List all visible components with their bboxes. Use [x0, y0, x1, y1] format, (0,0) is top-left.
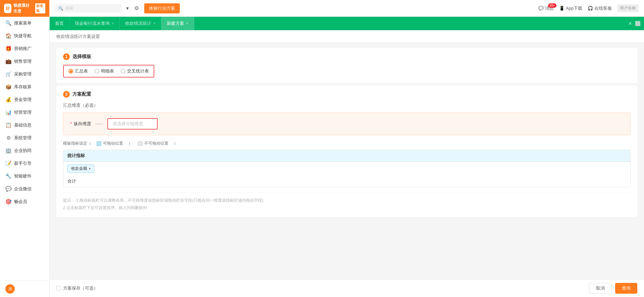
- sidebar-item-label: 库存核算: [14, 84, 32, 90]
- content-area: 收款情况统计方案设置 1 选择模板 汇总表 明细表: [50, 30, 644, 297]
- sidebar-item-inventory[interactable]: 📦 库存核算: [0, 81, 49, 93]
- sidebar-item-finance[interactable]: 💰 资金管理: [0, 93, 49, 106]
- sidebar-item-member[interactable]: 🎯 畅会员: [0, 195, 49, 208]
- sidebar-item-marketing[interactable]: 🎁 营销推广: [0, 42, 49, 55]
- sidebar-item-wechat[interactable]: 💬 企业微信: [0, 183, 49, 195]
- legend-nodrag-label: 不可拖动位置: [144, 141, 168, 146]
- tab-home-label: 首页: [55, 20, 64, 27]
- search-placeholder: 搜索: [65, 5, 73, 11]
- legend-draggable: 可拖动位置: [97, 141, 123, 146]
- sidebar-item-label: 销售管理: [14, 58, 32, 64]
- query-button[interactable]: 查询: [615, 283, 637, 294]
- template-radio-group: 汇总表 明细表 交叉统计表: [63, 65, 154, 78]
- radio-detail-label: 明细表: [101, 68, 114, 74]
- logo-icon: 好: [4, 4, 11, 13]
- tab-right-controls: ✕ ⬜: [625, 17, 644, 30]
- sidebar-item-collab[interactable]: 🏢 企业协同: [0, 144, 49, 157]
- save-label: 方案保存（可选）: [63, 285, 98, 291]
- sidebar-item-hardware[interactable]: 🔧 智能硬件: [0, 170, 49, 183]
- main-area: 🔍 搜索 ▾ ⚙ 体验行业方案 💬 消息 99+ 📱 App下载 🎧 在线客服 …: [50, 0, 644, 297]
- tips-line-1: 提示： 1.拖动标题栏可以调整布局，不可跨维度或指标区域拖动栏目字段(只能在同一…: [63, 197, 631, 204]
- online-service-button[interactable]: 🎧 在线客服: [588, 5, 612, 11]
- sidebar-item-basic[interactable]: 📋 基础信息: [0, 119, 49, 132]
- sidebar-item-guide[interactable]: 📝 新手引导: [0, 157, 49, 170]
- tab-collection-label: 收款情况统计: [125, 20, 151, 27]
- step1-header: 1 选择模板: [63, 53, 631, 60]
- radio-summary[interactable]: 汇总表: [68, 68, 88, 74]
- service-label: 在线客服: [594, 5, 612, 11]
- indicator-header: 统计指标: [63, 150, 630, 162]
- step1-num: 1: [63, 53, 70, 60]
- breadcrumb: 收款情况统计方案设置: [56, 34, 637, 42]
- legend-separator: ）: [128, 141, 132, 146]
- indicator-tag-amount[interactable]: 收款金额 ▾: [67, 164, 94, 173]
- legend-nodrag: 不可拖动位置: [138, 141, 168, 146]
- sidebar-item-system[interactable]: ⚙ 系统管理: [0, 132, 49, 144]
- sidebar-item-label: 资金管理: [14, 97, 32, 103]
- dimension-select[interactable]: 请选择分组维度: [107, 118, 158, 130]
- topbar-dropdown-button[interactable]: ▾: [126, 5, 129, 11]
- tab-collection[interactable]: 收款情况统计 ×: [120, 17, 161, 30]
- tab-close-window-button[interactable]: ✕: [628, 21, 632, 26]
- logo-text: 畅捷通好生意: [13, 3, 33, 14]
- tab-home[interactable]: 首页: [50, 17, 69, 30]
- tips-line-2: 2.点击标题栏下拉可设置排序、插入列和删除列: [63, 204, 631, 212]
- sidebar-item-search[interactable]: 🔍 搜索菜单: [0, 17, 49, 30]
- radio-detail[interactable]: 明细表: [95, 68, 114, 74]
- sidebar-item-label: 智能硬件: [14, 173, 32, 179]
- home-icon: 🏠: [5, 33, 11, 39]
- sidebar-item-sales[interactable]: 💼 销售管理: [0, 55, 49, 68]
- sidebar-item-label: 快捷导航: [14, 33, 32, 39]
- indicator-cell-1: 收款金额 ▾: [63, 162, 98, 176]
- tab-collection-close[interactable]: ×: [153, 21, 156, 26]
- tab-cash-bank-label: 现金银行流水查询: [75, 20, 110, 27]
- tool-icon: 🔧: [5, 173, 11, 179]
- step2-section: 2 方案配置 汇总维度（必选） * 纵向维度 —— 请选择分组维度: [56, 86, 637, 217]
- tabbar: 首页 现金银行流水查询 × 收款情况统计 × 新建方案 × ✕ ⬜: [50, 17, 644, 30]
- dimension-area: * 纵向维度 —— 请选择分组维度: [63, 112, 631, 135]
- sidebar-item-nav[interactable]: 🏠 快捷导航: [0, 30, 49, 42]
- footer-save-option: 方案保存（可选）: [56, 285, 98, 291]
- step2-header: 2 方案配置: [63, 91, 631, 98]
- sidebar-item-purchase[interactable]: 🛒 采购管理: [0, 68, 49, 81]
- nodrag-icon: [138, 141, 143, 146]
- sidebar-item-label: 新手引导: [14, 160, 32, 166]
- user-info: 用户名称: [617, 4, 639, 12]
- sidebar-item-label: 经营管理: [14, 109, 32, 115]
- radio-crosstab[interactable]: 交叉统计表: [121, 68, 149, 74]
- cancel-button[interactable]: 取消: [589, 283, 612, 294]
- topbar-search-box[interactable]: 🔍 搜索: [55, 4, 122, 12]
- legend-drag-label: 可拖动位置: [103, 141, 123, 146]
- indicator-table: 统计指标 收款金额 ▾ 合计: [63, 150, 631, 187]
- radio-summary-label: 汇总表: [75, 68, 88, 74]
- tab-new-plan[interactable]: 新建方案 ×: [161, 17, 194, 30]
- step1-section: 1 选择模板 汇总表 明细表 交叉统计表: [56, 48, 637, 83]
- tab-maximize-button[interactable]: ⬜: [635, 21, 641, 26]
- indicator-header-cell: 统计指标: [63, 150, 89, 161]
- tab-cash-bank-close[interactable]: ×: [112, 21, 114, 26]
- sidebar-item-label: 采购管理: [14, 71, 32, 77]
- clipboard-icon: 📋: [5, 122, 11, 128]
- settings-icon[interactable]: ⚙: [134, 5, 139, 11]
- tab-new-plan-close[interactable]: ×: [186, 21, 189, 26]
- save-checkbox[interactable]: [56, 286, 61, 291]
- indicator-data-row-1: 收款金额 ▾: [63, 162, 630, 176]
- service-icon: 🎧: [588, 6, 593, 11]
- sidebar-item-operations[interactable]: 📊 经营管理: [0, 106, 49, 119]
- tab-cash-bank[interactable]: 现金银行流水查询 ×: [69, 17, 120, 30]
- notification-button[interactable]: 💬 消息 99+: [538, 5, 554, 11]
- gift-icon: 🎁: [5, 46, 11, 52]
- avatar: 用: [5, 284, 15, 294]
- topbar: 🔍 搜索 ▾ ⚙ 体验行业方案 💬 消息 99+ 📱 App下载 🎧 在线客服 …: [50, 0, 644, 17]
- notif-badge: 99+: [548, 3, 556, 8]
- footer-bar: 方案保存（可选） 取消 查询: [50, 279, 644, 297]
- dimension-row: * 纵向维度 —— 请选择分组维度: [70, 118, 624, 130]
- indicator-data-row-2: 合计: [63, 176, 630, 187]
- download-label: App下载: [566, 5, 582, 11]
- sidebar-item-label: 基础信息: [14, 122, 32, 128]
- indicator-settings-label: 模板指标设定（: [63, 141, 91, 146]
- app-download-button[interactable]: 📱 App下载: [559, 5, 582, 11]
- trial-button[interactable]: 体验行业方案: [144, 3, 180, 13]
- drag-icon: [97, 141, 101, 146]
- footer-buttons: 取消 查询: [589, 283, 637, 294]
